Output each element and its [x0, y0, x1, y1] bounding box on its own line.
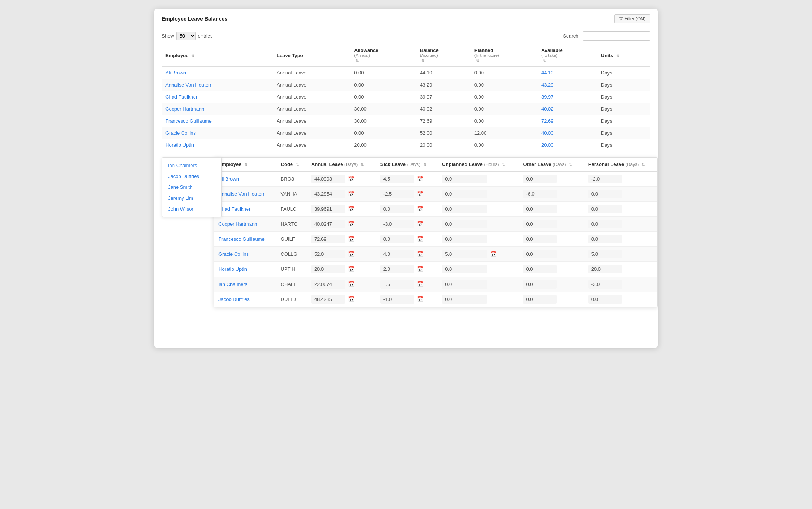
other-leave-input[interactable]	[523, 190, 557, 198]
calendar-icon-sick[interactable]: 📅	[417, 266, 423, 272]
annual-leave-input[interactable]	[311, 205, 345, 213]
ov-employee-link[interactable]: Ian Chalmers	[218, 281, 247, 287]
personal-leave-input[interactable]	[588, 235, 622, 243]
calendar-icon-annual[interactable]: 📅	[348, 296, 354, 302]
calendar-icon-annual[interactable]: 📅	[348, 176, 354, 182]
entries-select[interactable]: 50 25 100	[176, 32, 196, 40]
other-leave-input[interactable]	[523, 205, 557, 213]
calendar-icon-unplanned[interactable]: 📅	[490, 251, 497, 257]
employee-link[interactable]: Ali Brown	[165, 70, 186, 76]
available-link[interactable]: 20.00	[541, 142, 554, 148]
annual-leave-input[interactable]	[311, 250, 345, 258]
ov-employee-link[interactable]: Chad Faulkner	[218, 206, 250, 212]
sort-icon-units[interactable]: ⇅	[616, 54, 619, 58]
calendar-icon-annual[interactable]: 📅	[348, 281, 354, 287]
sick-leave-input[interactable]	[380, 175, 414, 183]
annual-leave-input[interactable]	[311, 190, 345, 198]
sort-icon-planned[interactable]: ⇅	[476, 59, 479, 63]
unplanned-leave-input[interactable]	[442, 175, 487, 183]
other-leave-input[interactable]	[523, 235, 557, 243]
personal-leave-input[interactable]	[588, 205, 622, 213]
employee-link[interactable]: Francesco Guillaume	[165, 118, 212, 124]
ov-employee-link[interactable]: Francesco Guillaume	[218, 236, 265, 242]
annual-leave-input[interactable]	[311, 295, 345, 304]
available-link[interactable]: 43.29	[541, 82, 554, 88]
calendar-icon-sick[interactable]: 📅	[417, 236, 423, 242]
personal-leave-input[interactable]	[588, 175, 622, 183]
calendar-icon-sick[interactable]: 📅	[417, 296, 423, 302]
available-link[interactable]: 40.02	[541, 106, 554, 112]
sick-leave-input[interactable]	[380, 205, 414, 213]
other-leave-input[interactable]	[523, 250, 557, 258]
sort-icon-ov-other[interactable]: ⇅	[569, 163, 572, 167]
ov-employee-link[interactable]: Cooper Hartmann	[218, 221, 257, 227]
available-link[interactable]: 44.10	[541, 70, 554, 76]
employee-link[interactable]: Cooper Hartmann	[165, 106, 204, 112]
sort-icon-ov-sick[interactable]: ⇅	[423, 163, 426, 167]
ov-employee-link[interactable]: Jacob Duffries	[218, 296, 250, 302]
sort-icon-employee[interactable]: ⇅	[191, 54, 194, 58]
personal-leave-input[interactable]	[588, 265, 622, 273]
sort-icon-ov-unplanned[interactable]: ⇅	[502, 163, 505, 167]
annual-leave-input[interactable]	[311, 220, 345, 228]
search-input[interactable]	[583, 31, 650, 41]
available-link[interactable]: 72.69	[541, 118, 554, 124]
employee-link[interactable]: Annalise Van Houten	[165, 82, 211, 88]
employee-link[interactable]: Chad Faulkner	[165, 94, 197, 100]
calendar-icon-annual[interactable]: 📅	[348, 191, 354, 197]
other-leave-input[interactable]	[523, 295, 557, 304]
unplanned-leave-input[interactable]	[442, 280, 487, 289]
calendar-icon-annual[interactable]: 📅	[348, 251, 354, 257]
unplanned-leave-input[interactable]	[442, 190, 487, 198]
personal-leave-input[interactable]	[588, 220, 622, 228]
calendar-icon-sick[interactable]: 📅	[417, 251, 423, 257]
personal-leave-input[interactable]	[588, 295, 622, 304]
sort-icon-ov-personal[interactable]: ⇅	[642, 163, 645, 167]
calendar-icon-annual[interactable]: 📅	[348, 266, 354, 272]
employee-link[interactable]: Horatio Uptin	[165, 142, 194, 148]
unplanned-leave-input[interactable]	[442, 265, 487, 273]
employee-link[interactable]: Gracie Collins	[165, 130, 196, 136]
sidebar-item-ian-chalmers[interactable]: Ian Chalmers	[162, 160, 221, 171]
calendar-icon-sick[interactable]: 📅	[417, 191, 423, 197]
calendar-icon-annual[interactable]: 📅	[348, 221, 354, 227]
personal-leave-input[interactable]	[588, 280, 622, 289]
sidebar-item-jacob-duffries[interactable]: Jacob Duffries	[162, 171, 221, 182]
calendar-icon-annual[interactable]: 📅	[348, 206, 354, 212]
sort-icon-available[interactable]: ⇅	[543, 59, 546, 63]
personal-leave-input[interactable]	[588, 190, 622, 198]
calendar-icon-sick[interactable]: 📅	[417, 221, 423, 227]
ov-employee-link[interactable]: Gracie Collins	[218, 251, 249, 257]
annual-leave-input[interactable]	[311, 175, 345, 183]
ov-employee-link[interactable]: Annalise Van Houten	[218, 191, 264, 197]
annual-leave-input[interactable]	[311, 265, 345, 273]
sort-icon-ov-employee[interactable]: ⇅	[244, 163, 247, 167]
available-link[interactable]: 39.97	[541, 94, 554, 100]
calendar-icon-sick[interactable]: 📅	[417, 176, 423, 182]
sort-icon-ov-annual[interactable]: ⇅	[361, 163, 364, 167]
sick-leave-input[interactable]	[380, 250, 414, 258]
sick-leave-input[interactable]	[380, 190, 414, 198]
calendar-icon-sick[interactable]: 📅	[417, 281, 423, 287]
sidebar-item-jeremy-lim[interactable]: Jeremy Lim	[162, 193, 221, 204]
filter-button[interactable]: ▽ Filter (ON)	[614, 14, 650, 23]
personal-leave-input[interactable]	[588, 250, 622, 258]
other-leave-input[interactable]	[523, 265, 557, 273]
sick-leave-input[interactable]	[380, 235, 414, 243]
other-leave-input[interactable]	[523, 280, 557, 289]
sick-leave-input[interactable]	[380, 295, 414, 304]
unplanned-leave-input[interactable]	[442, 205, 487, 213]
annual-leave-input[interactable]	[311, 280, 345, 289]
unplanned-leave-input[interactable]	[442, 250, 487, 258]
unplanned-leave-input[interactable]	[442, 295, 487, 304]
sort-icon-ov-code[interactable]: ⇅	[296, 163, 299, 167]
annual-leave-input[interactable]	[311, 235, 345, 243]
sidebar-item-john-wilson[interactable]: John Wilson	[162, 204, 221, 214]
sidebar-item-jane-smith[interactable]: Jane Smith	[162, 182, 221, 193]
sort-icon-allowance[interactable]: ⇅	[356, 59, 359, 63]
calendar-icon-sick[interactable]: 📅	[417, 206, 423, 212]
sick-leave-input[interactable]	[380, 220, 414, 228]
unplanned-leave-input[interactable]	[442, 220, 487, 228]
sort-icon-balance[interactable]: ⇅	[421, 59, 424, 63]
other-leave-input[interactable]	[523, 220, 557, 228]
